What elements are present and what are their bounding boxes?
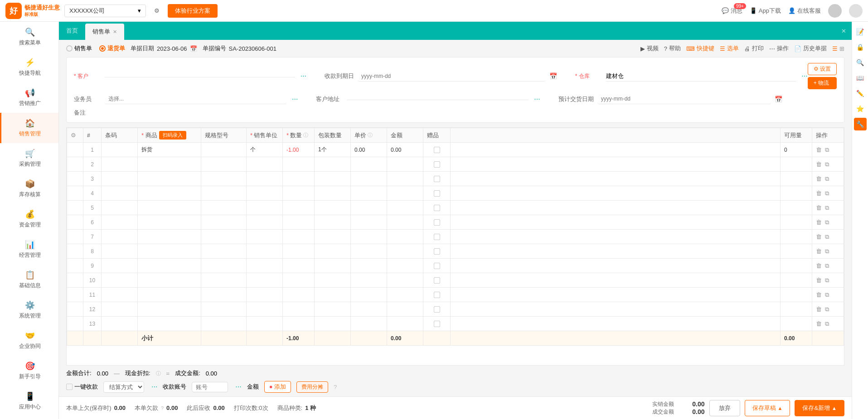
row-price-3[interactable] [351,172,387,186]
right-panel-note-btn[interactable]: 📝 [854,25,867,38]
row-copy-1[interactable]: ⧉ [825,146,829,153]
row-unit-2[interactable] [247,157,283,172]
right-panel-book-btn[interactable]: 📖 [854,72,867,84]
save-new-button[interactable]: 保存&新增 ▲ [795,400,844,416]
toolbar-history-btn[interactable]: 📄 历史单据 [794,44,827,53]
row-unit-7[interactable] [247,230,283,244]
gift-checkbox-2[interactable] [434,161,440,168]
sidebar-item-guide[interactable]: 🎯 新手引导 [0,356,58,386]
row-product-6[interactable] [138,215,201,230]
row-price-8[interactable] [351,244,387,259]
row-spec-11[interactable] [201,288,247,302]
gift-checkbox-10[interactable] [434,277,440,284]
row-product-5[interactable] [138,201,201,215]
sidebar-item-wechat[interactable]: 💬 企业微信 [0,416,58,419]
row-copy-12[interactable]: ⧉ [825,306,829,313]
customer-addr-ellipsis-btn[interactable]: ··· [534,95,540,103]
row-qty-12[interactable] [283,302,315,317]
sidebar-item-purchase[interactable]: 🛒 采购管理 [0,143,58,173]
warehouse-input[interactable]: 建材仓 [606,71,796,82]
row-unit-8[interactable] [247,244,283,259]
row-unit-3[interactable] [247,172,283,186]
row-product-8[interactable] [138,244,201,259]
row-unit-5[interactable] [247,201,283,215]
salesman-ellipsis-btn[interactable]: ··· [292,95,298,103]
toolbar-help-btn[interactable]: ? 帮助 [664,44,681,53]
gift-checkbox-5[interactable] [434,205,440,211]
row-gift-12[interactable] [423,302,451,317]
row-copy-7[interactable]: ⧉ [825,233,829,240]
row-spec-7[interactable] [201,230,247,244]
row-qty-5[interactable] [283,201,315,215]
message-btn[interactable]: 💬 消息 99+ [722,7,742,15]
company-selector[interactable]: XXXXXX公司 ▾ [64,5,146,17]
sidebar-item-app-center[interactable]: 📱 应用中心 [0,386,58,416]
row-barcode-2[interactable] [102,157,138,172]
row-pack-11[interactable] [315,288,351,302]
customer-ellipsis-btn[interactable]: ··· [301,72,306,80]
row-barcode-9[interactable] [102,259,138,273]
row-spec-12[interactable] [201,302,247,317]
row-copy-11[interactable]: ⧉ [825,291,829,298]
gift-checkbox-6[interactable] [434,219,440,226]
row-gift-10[interactable] [423,273,451,288]
tab-sales-order[interactable]: 销售单 ✕ [85,24,124,40]
row-price-13[interactable] [351,317,387,331]
payment-ellipsis-btn[interactable]: ··· [151,383,157,391]
row-price-9[interactable] [351,259,387,273]
row-product-11[interactable] [138,288,201,302]
row-unit-9[interactable] [247,259,283,273]
expected-date-calendar-icon[interactable]: 📅 [775,96,782,103]
row-barcode-13[interactable] [102,317,138,331]
right-panel-edit-btn[interactable]: ✏️ [854,87,867,100]
row-barcode-8[interactable] [102,244,138,259]
user-avatar-2[interactable] [849,4,863,18]
row-product-9[interactable] [138,259,201,273]
row-product-4[interactable] [138,186,201,201]
row-barcode-1[interactable] [102,143,138,157]
row-unit-13[interactable] [247,317,283,331]
row-gift-9[interactable] [423,259,451,273]
row-qty-10[interactable] [283,273,315,288]
row-unit-10[interactable] [247,273,283,288]
row-qty-6[interactable] [283,215,315,230]
row-amount-7[interactable] [387,230,423,244]
row-barcode-3[interactable] [102,172,138,186]
row-delete-5[interactable]: 🗑 [816,204,822,211]
expense-split-btn[interactable]: 费用分摊 [296,381,328,393]
row-copy-8[interactable]: ⧉ [825,248,829,255]
row-price-10[interactable] [351,273,387,288]
row-qty-4[interactable] [283,186,315,201]
row-amount-13[interactable] [387,317,423,331]
row-pack-3[interactable] [315,172,351,186]
row-barcode-5[interactable] [102,201,138,215]
row-copy-3[interactable]: ⧉ [825,175,829,182]
discard-button[interactable]: 放弃 [709,400,740,416]
row-qty-9[interactable] [283,259,315,273]
row-barcode-10[interactable] [102,273,138,288]
gift-checkbox-7[interactable] [434,234,440,240]
row-barcode-4[interactable] [102,186,138,201]
toolbar-shortcut-btn[interactable]: ⌨ 快捷键 [686,44,714,53]
row-gift-7[interactable] [423,230,451,244]
salesman-input[interactable] [105,94,286,104]
row-spec-2[interactable] [201,157,247,172]
row-pack-6[interactable] [315,215,351,230]
toolbar-select-btn[interactable]: ☰ 选单 [720,44,739,53]
account-ellipsis-btn[interactable]: ··· [235,383,241,391]
row-delete-7[interactable]: 🗑 [816,233,822,240]
row-delete-2[interactable]: 🗑 [816,161,822,168]
row-price-7[interactable] [351,230,387,244]
row-price-12[interactable] [351,302,387,317]
sidebar-item-operation[interactable]: 📊 经营管理 [0,234,58,265]
due-date-input[interactable] [358,71,546,82]
row-qty-13[interactable] [283,317,315,331]
account-input[interactable] [192,382,228,392]
row-qty-11[interactable] [283,288,315,302]
customer-input[interactable] [105,75,295,77]
toolbar-video-btn[interactable]: ▶ 视频 [640,44,659,53]
expected-date-input[interactable] [597,94,771,104]
row-pack-2[interactable] [315,157,351,172]
row-product-7[interactable] [138,230,201,244]
right-panel-active-btn[interactable]: 🔧 [854,118,867,130]
